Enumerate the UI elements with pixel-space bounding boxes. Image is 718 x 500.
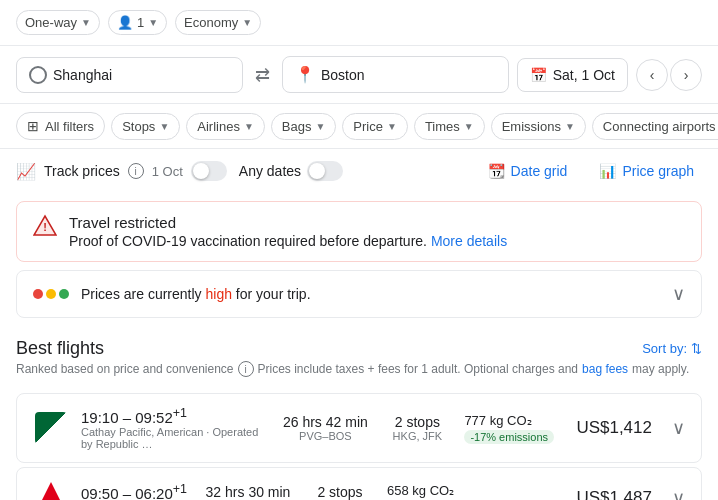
passengers-chevron: ▼ (148, 17, 158, 28)
airline-logo-1 (33, 480, 69, 500)
price-note: Prices include taxes + fees for 1 adult.… (258, 362, 579, 376)
banner-title: Travel restricted (69, 214, 507, 231)
stops-cities-0: HKG, JFK (382, 430, 452, 442)
banner-text-content: Proof of COVID-19 vaccination required b… (69, 233, 427, 249)
duration-time-0: 26 hrs 42 min (280, 414, 370, 430)
emissions-badge-0: -17% emissions (464, 430, 554, 444)
swap-button[interactable]: ⇄ (251, 60, 274, 90)
banner-content: Travel restricted Proof of COVID-19 vacc… (69, 214, 507, 249)
price-filter[interactable]: Price ▼ (342, 113, 408, 140)
flight-expand-1[interactable]: ∨ (672, 487, 685, 500)
destination-field[interactable]: 📍 Boston (282, 56, 509, 93)
ranked-text: Ranked based on price and convenience i … (16, 361, 702, 377)
price-status: high (205, 286, 231, 302)
price-val-1: US$1,487 (576, 488, 652, 500)
banner-more-details-link[interactable]: More details (431, 233, 507, 249)
connecting-airports-label: Connecting airports (603, 119, 716, 134)
search-row: Shanghai ⇄ 📍 Boston 📅 Sat, 1 Oct ‹ › (0, 46, 718, 104)
bags-chevron: ▼ (315, 121, 325, 132)
calendar-icon: 📅 (530, 67, 547, 83)
times-label: Times (425, 119, 460, 134)
airlines-filter[interactable]: Airlines ▼ (186, 113, 265, 140)
travel-restricted-banner: ! Travel restricted Proof of COVID-19 va… (16, 201, 702, 262)
svg-marker-1 (35, 482, 67, 500)
date-field[interactable]: 📅 Sat, 1 Oct (517, 58, 628, 92)
connecting-airports-filter[interactable]: Connecting airports ▼ (592, 113, 718, 140)
sort-by-button[interactable]: Sort by: ⇅ (642, 341, 702, 356)
price-val-0: US$1,412 (576, 418, 652, 438)
flight-duration-1: 32 hrs 30 min PVG–BOS (203, 484, 293, 500)
price-label: Price (353, 119, 383, 134)
sort-icon: ⇅ (691, 341, 702, 356)
track-prices-label: Track prices (44, 163, 120, 179)
track-prices-row: 📈 Track prices i 1 Oct Any dates 📆 Date … (0, 149, 718, 193)
emissions-label: Emissions (502, 119, 561, 134)
warning-triangle-icon: ! (33, 214, 57, 238)
airlines-chevron: ▼ (244, 121, 254, 132)
origin-field[interactable]: Shanghai (16, 57, 243, 93)
dot-green (59, 289, 69, 299)
trend-icon: 📈 (16, 162, 36, 181)
origin-icon (29, 66, 47, 84)
date-nav-arrows: ‹ › (636, 59, 702, 91)
bags-filter[interactable]: Bags ▼ (271, 113, 337, 140)
dot-yellow (46, 289, 56, 299)
destination-icon: 📍 (295, 65, 315, 84)
prev-date-button[interactable]: ‹ (636, 59, 668, 91)
flight-stops-1: 2 stops ICN, SEA (305, 484, 375, 500)
price-text-before: Prices are currently (81, 286, 202, 302)
trip-type-selector[interactable]: One-way ▼ (16, 10, 100, 35)
flight-time-0: 19:10 – 09:52+1 (81, 406, 268, 426)
track-info-icon[interactable]: i (128, 163, 144, 179)
price-indicator-bar[interactable]: Prices are currently high for your trip.… (16, 270, 702, 318)
price-graph-button[interactable]: 📊 Price graph (591, 159, 702, 183)
ranked-info-icon[interactable]: i (238, 361, 254, 377)
times-filter[interactable]: Times ▼ (414, 113, 485, 140)
price-chevron: ▼ (387, 121, 397, 132)
ranked-desc: Ranked based on price and convenience (16, 362, 234, 376)
all-filters-label: All filters (45, 119, 94, 134)
emissions-val-1: 658 kg CO₂ (387, 483, 487, 498)
passengers-label: 1 (137, 15, 144, 30)
flight-expand-0[interactable]: ∨ (672, 417, 685, 439)
any-dates-toggle[interactable] (307, 161, 343, 181)
flight-list: 19:10 – 09:52+1 Cathay Pacific, American… (0, 393, 718, 500)
flight-emissions-1: 658 kg CO₂ -30% emissions (387, 483, 487, 501)
next-date-button[interactable]: › (670, 59, 702, 91)
best-flights-section: Best flights Sort by: ⇅ Ranked based on … (0, 326, 718, 389)
date-grid-button[interactable]: 📆 Date grid (480, 159, 576, 183)
emissions-chevron: ▼ (565, 121, 575, 132)
passengers-selector[interactable]: 👤 1 ▼ (108, 10, 167, 35)
any-dates-section: Any dates (239, 161, 343, 181)
banner-body: Proof of COVID-19 vaccination required b… (69, 233, 507, 249)
trip-type-label: One-way (25, 15, 77, 30)
passengers-icon: 👤 (117, 15, 133, 30)
emissions-val-0: 777 kg CO₂ (464, 413, 564, 428)
origin-value: Shanghai (53, 67, 112, 83)
stops-chevron: ▼ (159, 121, 169, 132)
emissions-filter[interactable]: Emissions ▼ (491, 113, 586, 140)
all-filters-button[interactable]: ⊞ All filters (16, 112, 105, 140)
duration-time-1: 32 hrs 30 min (203, 484, 293, 500)
price-indicator-chevron: ∨ (672, 283, 685, 305)
stops-filter[interactable]: Stops ▼ (111, 113, 180, 140)
flight-row[interactable]: 09:50 – 06:20+1 Delta 32 hrs 30 min PVG–… (16, 467, 702, 500)
sort-by-label: Sort by: (642, 341, 687, 356)
bag-fees-link[interactable]: bag fees (582, 362, 628, 376)
flight-time-1: 09:50 – 06:20+1 (81, 482, 191, 500)
any-dates-label: Any dates (239, 163, 301, 179)
bags-label: Bags (282, 119, 312, 134)
class-selector[interactable]: Economy ▼ (175, 10, 261, 35)
flight-times-1: 09:50 – 06:20+1 Delta (81, 482, 191, 500)
flight-duration-0: 26 hrs 42 min PVG–BOS (280, 414, 370, 442)
class-chevron: ▼ (242, 17, 252, 28)
trip-type-chevron: ▼ (81, 17, 91, 28)
flight-times-0: 19:10 – 09:52+1 Cathay Pacific, American… (81, 406, 268, 450)
date-grid-label: Date grid (511, 163, 568, 179)
flight-stops-0: 2 stops HKG, JFK (382, 414, 452, 442)
price-indicator-text: Prices are currently high for your trip. (81, 286, 311, 302)
destination-value: Boston (321, 67, 365, 83)
airline-logo-0 (33, 410, 69, 446)
flight-row[interactable]: 19:10 – 09:52+1 Cathay Pacific, American… (16, 393, 702, 463)
track-prices-toggle[interactable] (191, 161, 227, 181)
